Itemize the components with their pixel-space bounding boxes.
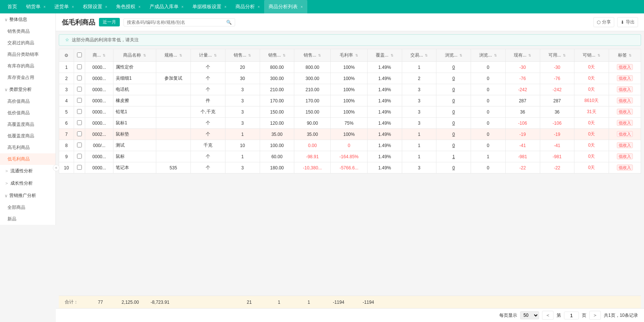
row-checkbox[interactable]: [77, 76, 82, 80]
row-checkbox[interactable]: [77, 154, 82, 159]
cell-sale-price: 180.00: [260, 162, 294, 173]
cell-sale-qty: 3: [225, 106, 260, 118]
export-button[interactable]: ⬇ 导出: [617, 17, 638, 27]
row-checkbox[interactable]: [77, 120, 82, 125]
sidebar-item-sales-goods[interactable]: 销售类商品: [0, 26, 55, 37]
cell-code: 0000...: [85, 95, 113, 106]
view1-link[interactable]: 0: [452, 87, 455, 92]
col-header-sale-amt[interactable]: 销售... ⇅: [294, 49, 331, 62]
row-checkbox[interactable]: [77, 87, 82, 92]
col-header-view2[interactable]: 浏览... ⇅: [471, 49, 506, 62]
nav-goods-analysis-list-close[interactable]: ×: [301, 5, 303, 9]
view1-link[interactable]: 0: [452, 165, 455, 170]
sidebar-group-flow[interactable]: ＞ 流通性分析: [0, 165, 55, 177]
col-header-name[interactable]: 商品名称 ⇅: [113, 49, 156, 62]
cell-tag: 低收入: [609, 62, 641, 73]
col-header-stock[interactable]: 现有... ⇅: [505, 49, 540, 62]
cell-tag: 低收入: [609, 140, 641, 151]
nav-permission-close[interactable]: ×: [105, 5, 108, 9]
cell-name: 吴细细1: [113, 73, 156, 84]
col-header-tag[interactable]: 标签 ⇅: [609, 49, 641, 62]
sidebar-item-low-value[interactable]: 低价值商品: [0, 107, 55, 119]
sidebar-collapse-button[interactable]: «: [53, 165, 60, 171]
per-page-select[interactable]: 50 100: [520, 311, 539, 319]
nav-purchase[interactable]: 进货单 ×: [50, 0, 78, 13]
cell-view2: 0: [471, 106, 506, 118]
table-row: 2 0000... 吴细细1 参加复试 个 30 300.00 300.00 1…: [59, 73, 641, 84]
sidebar-item-low-margin[interactable]: 低毛利商品: [0, 153, 55, 165]
cell-code: 0000...: [85, 151, 113, 162]
row-checkbox[interactable]: [77, 98, 82, 103]
col-header-spec[interactable]: 规格... ⇅: [156, 49, 191, 62]
cell-avail: -41: [540, 140, 574, 151]
sidebar-group-overall[interactable]: ∨ 整体信息: [0, 13, 55, 26]
cell-unit: 个: [191, 62, 225, 73]
filter-recent-month[interactable]: 近一月: [99, 18, 120, 26]
col-header-avail[interactable]: 可用... ⇅: [540, 49, 574, 62]
col-header-cover[interactable]: 覆盖... ⇅: [367, 49, 402, 62]
header-actions: ⬡ 分享 ⬇ 导出: [593, 17, 638, 27]
view1-link[interactable]: 0: [452, 76, 455, 81]
nav-goods-analysis-list[interactable]: 商品分析列表 ×: [264, 0, 307, 13]
nav-home[interactable]: 首页: [3, 0, 22, 13]
view1-link[interactable]: 0: [452, 65, 455, 70]
sidebar-group-cluster[interactable]: ∨ 类群堂分析: [0, 83, 55, 96]
nav-goods-analysis-close[interactable]: ×: [257, 5, 260, 9]
col-header-sale-qty[interactable]: 销售... ⇅: [225, 49, 260, 62]
sidebar-item-stock-capital[interactable]: 库存资金占用: [0, 72, 55, 83]
row-checkbox[interactable]: [77, 64, 82, 69]
row-checkbox[interactable]: [77, 109, 82, 114]
view1-link[interactable]: 1: [452, 154, 455, 159]
next-page-button[interactable]: ＞: [589, 311, 601, 320]
sidebar-item-high-value[interactable]: 高价值商品: [0, 96, 55, 107]
col-header-view1[interactable]: 浏览... ⇅: [436, 49, 471, 62]
row-checkbox[interactable]: [77, 131, 82, 136]
view1-link[interactable]: 0: [452, 98, 455, 103]
nav-purchase-close[interactable]: ×: [72, 5, 74, 9]
nav-role[interactable]: 角色授权 ×: [112, 0, 145, 13]
cell-cover: 1.49%: [367, 140, 402, 151]
row-checkbox[interactable]: [77, 165, 82, 170]
nav-permission[interactable]: 权限设置 ×: [79, 0, 112, 13]
sidebar-item-all-goods[interactable]: 全部商品: [0, 202, 55, 213]
nav-sales-close[interactable]: ×: [44, 5, 46, 9]
view1-link[interactable]: 0: [452, 132, 455, 137]
sidebar-item-high-coverage[interactable]: 高覆盖度商品: [0, 119, 55, 130]
sidebar-item-high-margin[interactable]: 高毛利商品: [0, 142, 55, 153]
search-icon[interactable]: 🔍: [226, 20, 232, 25]
view1-link[interactable]: 0: [452, 143, 455, 148]
sidebar-group-growth[interactable]: ＞ 成长性分析: [0, 177, 55, 189]
sidebar-item-traded-goods[interactable]: 交易过的商品: [0, 37, 55, 49]
col-header-trade[interactable]: 交易... ⇅: [402, 49, 436, 62]
col-header-unit[interactable]: 计量... ⇅: [191, 49, 225, 62]
sidebar-item-stocked-goods[interactable]: 有库存的商品: [0, 60, 55, 72]
sidebar-item-low-coverage[interactable]: 低覆盖度商品: [0, 130, 55, 142]
search-input[interactable]: [127, 20, 226, 25]
col-header-sale-price[interactable]: 销售... ⇅: [260, 49, 294, 62]
sidebar-item-new-goods[interactable]: 新品: [0, 213, 55, 225]
nav-role-close[interactable]: ×: [138, 5, 141, 9]
col-header-sell[interactable]: 可销... ⇅: [574, 49, 609, 62]
nav-product-entry-close[interactable]: ×: [182, 5, 184, 9]
settings-icon[interactable]: ⚙: [64, 53, 68, 58]
share-button[interactable]: ⬡ 分享: [593, 17, 614, 27]
nav-template[interactable]: 单据模板设置 ×: [188, 0, 231, 13]
cell-cover: 1.49%: [367, 162, 402, 173]
prev-page-button[interactable]: ＜: [542, 311, 554, 320]
view1-link[interactable]: 0: [452, 121, 455, 126]
col-header-code[interactable]: 商... ⇅: [85, 49, 113, 62]
cell-sale-amt: 300.00: [294, 73, 331, 84]
share-icon: ⬡: [597, 20, 600, 25]
sidebar-group-marketing[interactable]: ∨ 营销推广分析: [0, 189, 55, 202]
nav-product-entry[interactable]: 产成品入库单 ×: [145, 0, 188, 13]
view1-link[interactable]: 0: [452, 109, 455, 115]
select-all-checkbox[interactable]: [77, 52, 82, 57]
row-checkbox[interactable]: [77, 143, 82, 147]
col-header-gross[interactable]: 毛利率 ⇅: [331, 49, 368, 62]
nav-sales[interactable]: 销货单 ×: [22, 0, 50, 13]
notice-icon: ☆: [65, 37, 69, 42]
nav-goods-analysis[interactable]: 商品分析 ×: [231, 0, 264, 13]
nav-template-close[interactable]: ×: [224, 5, 227, 9]
current-page-input[interactable]: [564, 312, 579, 319]
sidebar-item-category-rate[interactable]: 商品分类助销率: [0, 49, 55, 60]
